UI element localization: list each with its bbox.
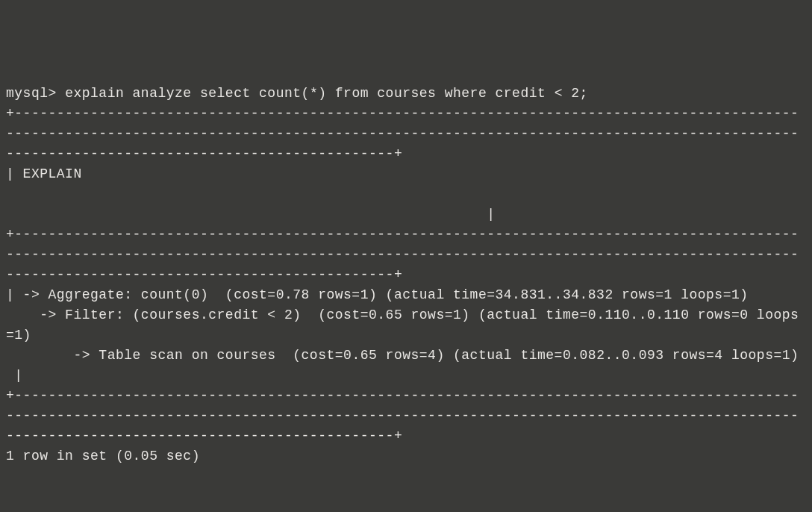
header-cell-explain: | EXPLAIN [6,164,806,184]
mysql-terminal[interactable]: mysql> explain analyze select count(*) f… [6,84,806,466]
table-border-bottom: +---------------------------------------… [6,386,806,446]
sql-command: explain analyze select count(*) from cou… [65,86,588,101]
result-footer: 1 row in set (0.05 sec) [6,446,806,466]
table-border-top: +---------------------------------------… [6,104,806,164]
mysql-prompt: mysql> [6,86,65,101]
plan-aggregate: | -> Aggregate: count(0) (cost=0.78 rows… [6,285,806,305]
table-border-mid: +---------------------------------------… [6,225,806,285]
blank-line [6,184,806,205]
pipe-spacer: | [6,205,806,225]
plan-tablescan: -> Table scan on courses (cost=0.65 rows… [6,346,806,366]
plan-filter: -> Filter: (courses.credit < 2) (cost=0.… [6,305,806,346]
command-line: mysql> explain analyze select count(*) f… [6,84,806,104]
plan-end-pipe: | [6,366,806,386]
